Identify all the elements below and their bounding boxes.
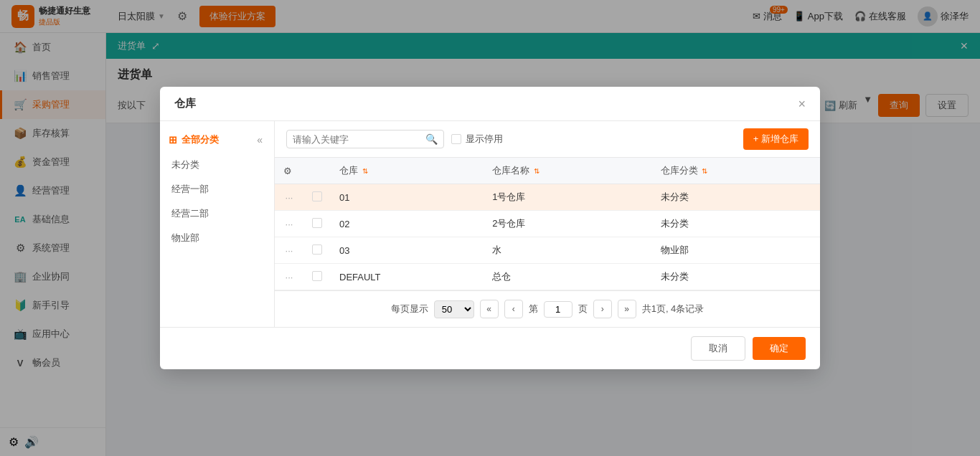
row-checkbox[interactable] [312, 191, 322, 201]
table-row[interactable]: ··· 02 2号仓库 未分类 [275, 211, 820, 237]
table-toolbar: 🔍 显示停用 + 新增仓库 [275, 121, 820, 158]
page-total-info: 共1页, 4条记录 [642, 303, 705, 315]
cell-category: 未分类 [652, 264, 820, 290]
modal-header: 仓库 × [160, 87, 820, 121]
modal-body: ⊞ 全部分类 « 未分类 经营一部 经营二部 物业部 🔍 [160, 121, 820, 327]
table-row[interactable]: ··· 01 1号仓库 未分类 [275, 184, 820, 211]
row-checkbox[interactable] [312, 244, 322, 255]
cell-code: DEFAULT [331, 264, 484, 290]
search-input[interactable] [293, 134, 421, 145]
page-first-btn[interactable]: « [480, 300, 499, 318]
modal-footer: 取消 确定 [160, 327, 820, 369]
show-disabled-label[interactable]: 显示停用 [451, 133, 503, 146]
cell-checkbox[interactable] [303, 237, 331, 264]
all-categories-label[interactable]: ⊞ 全部分类 [169, 133, 219, 146]
table-area: 🔍 显示停用 + 新增仓库 ⚙ [275, 121, 820, 327]
col-category[interactable]: 仓库分类 ⇅ [652, 158, 820, 184]
more-icon: ··· [286, 272, 293, 282]
per-page-select[interactable]: 50 20 100 [434, 300, 474, 318]
cell-name: 总仓 [484, 264, 651, 290]
cell-category: 未分类 [652, 211, 820, 237]
page-last-btn[interactable]: » [618, 300, 636, 318]
warehouse-table: ⚙ 仓库 ⇅ 仓库名称 ⇅ [275, 158, 820, 290]
col-name[interactable]: 仓库名称 ⇅ [484, 158, 651, 184]
page-prev-btn[interactable]: ‹ [504, 300, 523, 318]
cell-name: 1号仓库 [484, 184, 651, 211]
col-checkbox [303, 158, 331, 184]
sort-code-icon: ⇅ [362, 167, 368, 175]
cell-code: 01 [331, 184, 484, 211]
category-item-ops2[interactable]: 经营二部 [160, 201, 274, 226]
modal-close-button[interactable]: × [798, 98, 806, 110]
add-warehouse-button[interactable]: + 新增仓库 [743, 128, 809, 150]
show-disabled-checkbox[interactable] [451, 134, 461, 144]
cell-more[interactable]: ··· [275, 211, 303, 237]
confirm-button[interactable]: 确定 [753, 337, 806, 360]
collapse-btn[interactable]: « [254, 133, 265, 147]
category-item-unclassified[interactable]: 未分类 [160, 153, 274, 177]
cell-checkbox[interactable] [303, 264, 331, 290]
sort-cat-icon: ⇅ [702, 167, 707, 175]
page-next-btn[interactable]: › [593, 300, 612, 318]
row-checkbox[interactable] [312, 271, 322, 281]
more-icon: ··· [286, 219, 293, 229]
cell-more[interactable]: ··· [275, 184, 303, 211]
cell-category: 未分类 [652, 184, 820, 211]
table-row[interactable]: ··· 03 水 物业部 [275, 237, 820, 264]
per-page-label: 每页显示 [391, 303, 428, 315]
row-checkbox[interactable] [312, 218, 322, 228]
cancel-button[interactable]: 取消 [691, 336, 745, 361]
pagination-bar: 每页显示 50 20 100 « ‹ 第 页 › » 共1页, 4条记录 [275, 290, 820, 327]
category-item-ops1[interactable]: 经营一部 [160, 177, 274, 201]
cell-more[interactable]: ··· [275, 264, 303, 290]
table-row[interactable]: ··· DEFAULT 总仓 未分类 [275, 264, 820, 290]
page-unit: 页 [578, 303, 588, 315]
grid-icon: ⊞ [169, 134, 177, 146]
more-icon: ··· [286, 192, 293, 203]
cell-code: 03 [331, 237, 484, 264]
cell-name: 2号仓库 [484, 211, 651, 237]
warehouse-modal: 仓库 × ⊞ 全部分类 « 未分类 经营一部 经营二部 物业部 [160, 87, 820, 369]
search-input-wrap: 🔍 [286, 130, 444, 148]
page-label: 第 [529, 303, 538, 315]
cell-more[interactable]: ··· [275, 237, 303, 264]
modal-overlay: 仓库 × ⊞ 全部分类 « 未分类 经营一部 经营二部 物业部 [0, 0, 980, 456]
cell-category: 物业部 [652, 237, 820, 264]
col-settings[interactable]: ⚙ [275, 158, 303, 184]
search-icon[interactable]: 🔍 [425, 133, 438, 145]
cell-checkbox[interactable] [303, 211, 331, 237]
page-input[interactable] [544, 301, 573, 318]
cell-checkbox[interactable] [303, 184, 331, 211]
category-header: ⊞ 全部分类 « [160, 127, 274, 153]
col-code[interactable]: 仓库 ⇅ [331, 158, 484, 184]
table-scroll: ⚙ 仓库 ⇅ 仓库名称 ⇅ [275, 158, 820, 290]
cell-name: 水 [484, 237, 651, 264]
cell-code: 02 [331, 211, 484, 237]
category-sidebar: ⊞ 全部分类 « 未分类 经营一部 经营二部 物业部 [160, 121, 275, 327]
sort-name-icon: ⇅ [534, 167, 540, 175]
more-icon: ··· [286, 245, 293, 256]
modal-title: 仓库 [174, 97, 196, 110]
category-item-property[interactable]: 物业部 [160, 226, 274, 250]
